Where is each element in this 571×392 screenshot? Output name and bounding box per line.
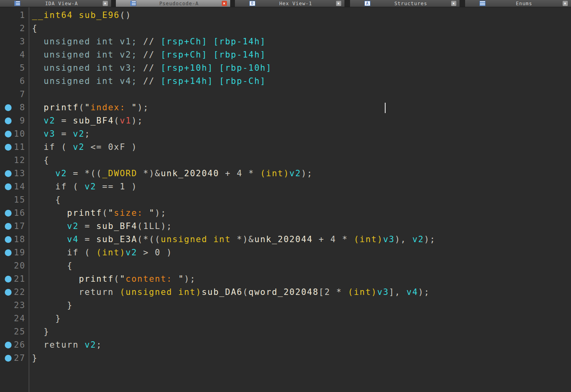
line-gutter[interactable]: 11 xyxy=(0,141,30,154)
code-text[interactable]: { xyxy=(30,259,73,273)
line-gutter[interactable]: 21 xyxy=(0,273,30,286)
line-gutter[interactable]: 9 xyxy=(0,114,30,127)
code-text[interactable]: v4 = sub_E3A(*((unsigned int *)&unk_2020… xyxy=(30,233,436,246)
line-gutter[interactable]: 15 xyxy=(0,193,30,207)
code-text[interactable]: if ( v2 == 1 ) xyxy=(30,180,137,193)
code-text[interactable]: printf("size: "); xyxy=(30,207,167,220)
line-gutter[interactable]: 7 xyxy=(0,88,30,101)
code-text[interactable]: unsigned int v1; // [rsp+Ch] [rbp-14h] xyxy=(30,35,266,48)
ida-window: IDA View-A × Pseudocode-A × 0 Hex View-1… xyxy=(0,0,571,392)
code-text[interactable]: v3 = v2; xyxy=(30,127,90,141)
code-text[interactable]: } xyxy=(30,312,61,325)
breakpoint-dot[interactable] xyxy=(5,355,12,362)
breakpoint-dot[interactable] xyxy=(5,104,12,111)
line-number: 8 xyxy=(20,101,26,114)
line-gutter[interactable]: 4 xyxy=(0,48,30,62)
breakpoint-dot[interactable] xyxy=(5,210,12,217)
code-text[interactable]: v2 = sub_BF4(1LL); xyxy=(30,220,172,233)
line-gutter[interactable]: 22 xyxy=(0,286,30,299)
token: } xyxy=(32,300,73,310)
line-gutter[interactable]: 25 xyxy=(0,325,30,338)
tab-structures[interactable]: A Structures × xyxy=(350,0,460,7)
token: ); xyxy=(137,103,149,112)
line-gutter[interactable]: 18 xyxy=(0,233,30,246)
code-text[interactable]: { xyxy=(30,154,50,167)
breakpoint-dot[interactable] xyxy=(5,117,12,124)
line-gutter[interactable]: 14 xyxy=(0,180,30,193)
line-gutter[interactable]: 27 xyxy=(0,352,30,365)
token: ( xyxy=(102,208,108,218)
code-text[interactable]: printf("content: "); xyxy=(30,273,196,286)
code-text[interactable]: unsigned int v3; // [rsp+10h] [rbp-10h] xyxy=(30,62,272,75)
code-text[interactable]: v2 = sub_BF4(v1); xyxy=(30,114,143,127)
line-number: 4 xyxy=(20,48,26,62)
line-gutter[interactable]: 10 xyxy=(0,127,30,141)
token: { xyxy=(32,261,73,271)
tab-label: Enums xyxy=(488,1,560,6)
code-text[interactable]: } xyxy=(30,352,38,365)
close-icon[interactable]: × xyxy=(103,1,108,6)
code-text[interactable]: } xyxy=(30,299,73,312)
tab-pseudocode-a[interactable]: Pseudocode-A × xyxy=(116,0,230,7)
tab-hex-view-1[interactable]: 0 Hex View-1 × xyxy=(235,0,344,7)
code-text[interactable]: unsigned int v2; // [rsp+Ch] [rbp-14h] xyxy=(30,48,266,62)
close-icon[interactable]: × xyxy=(222,1,227,6)
code-text[interactable]: printf("index: "); xyxy=(30,101,149,114)
line-number: 23 xyxy=(14,299,26,312)
line-gutter[interactable]: 23 xyxy=(0,299,30,312)
token: = xyxy=(79,221,96,231)
token: ( xyxy=(114,274,120,284)
token: unsigned int xyxy=(161,235,231,244)
code-text[interactable]: if ( (int)v2 > 0 ) xyxy=(30,246,172,259)
line-gutter[interactable]: 8 xyxy=(0,101,30,114)
token: v1 xyxy=(120,116,131,125)
pseudocode-icon xyxy=(130,1,136,6)
code-text[interactable]: if ( v2 <= 0xF ) xyxy=(30,141,137,154)
breakpoint-dot[interactable] xyxy=(5,144,12,151)
breakpoint-dot[interactable] xyxy=(5,236,12,243)
code-text[interactable]: v2 = *((_DWORD *)&unk_202040 + 4 * (int)… xyxy=(30,167,313,180)
code-text[interactable]: { xyxy=(30,193,61,207)
line-gutter[interactable]: 20 xyxy=(0,259,30,273)
breakpoint-dot[interactable] xyxy=(5,276,12,283)
code-line: 15 { xyxy=(0,193,571,207)
line-gutter[interactable]: 1 xyxy=(0,9,30,22)
code-text[interactable]: __int64 sub_E96() xyxy=(30,9,131,22)
line-gutter[interactable]: 3 xyxy=(0,35,30,48)
line-number: 17 xyxy=(14,220,26,233)
code-text[interactable]: } xyxy=(30,325,50,338)
line-gutter[interactable]: 26 xyxy=(0,338,30,352)
tab-ida-view-a[interactable]: IDA View-A × xyxy=(0,0,111,7)
line-gutter[interactable]: 19 xyxy=(0,246,30,259)
breakpoint-dot[interactable] xyxy=(5,183,12,190)
code-text[interactable]: return (unsigned int)sub_DA6(qword_20204… xyxy=(30,286,430,299)
breakpoint-dot[interactable] xyxy=(5,223,12,230)
token: { xyxy=(32,155,50,165)
token: __int64 xyxy=(32,10,73,20)
line-gutter[interactable]: 6 xyxy=(0,75,30,88)
line-gutter[interactable]: 12 xyxy=(0,154,30,167)
token xyxy=(32,235,67,244)
line-gutter[interactable]: 24 xyxy=(0,312,30,325)
code-line: 27} xyxy=(0,352,571,365)
breakpoint-dot[interactable] xyxy=(5,342,12,348)
close-icon[interactable]: × xyxy=(451,1,456,6)
token: sub_E3A xyxy=(96,235,137,244)
code-text[interactable] xyxy=(30,88,32,101)
breakpoint-dot[interactable] xyxy=(5,289,12,296)
tab-enums[interactable]: Enums × xyxy=(465,0,571,7)
token: [rsp+Ch] [rbp-14h] xyxy=(161,37,266,46)
code-text[interactable]: { xyxy=(30,22,38,35)
breakpoint-dot[interactable] xyxy=(5,131,12,137)
close-icon[interactable]: × xyxy=(563,1,568,6)
code-text[interactable]: return v2; xyxy=(30,338,102,352)
breakpoint-dot[interactable] xyxy=(5,170,12,177)
breakpoint-dot[interactable] xyxy=(5,249,12,256)
code-text[interactable]: unsigned int v4; // [rsp+14h] [rbp-Ch] xyxy=(30,75,266,88)
close-icon[interactable]: × xyxy=(336,1,341,6)
line-gutter[interactable]: 17 xyxy=(0,220,30,233)
line-gutter[interactable]: 16 xyxy=(0,207,30,220)
line-gutter[interactable]: 13 xyxy=(0,167,30,180)
line-gutter[interactable]: 5 xyxy=(0,62,30,75)
line-gutter[interactable]: 2 xyxy=(0,22,30,35)
